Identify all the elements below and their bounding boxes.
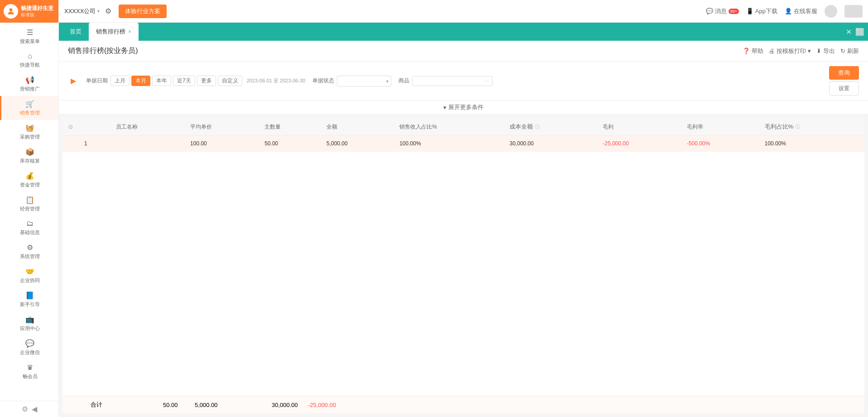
app-download-btn[interactable]: 📱 App下载 bbox=[746, 7, 777, 15]
window-close-icon[interactable]: ✕ bbox=[846, 28, 852, 36]
online-service-btn[interactable]: 👤 在线客服 bbox=[785, 7, 817, 15]
filter-settings-btn[interactable]: 设置 bbox=[829, 81, 859, 96]
date-filter: 单据日期 上月 本月 本年 近7天 更多 自定义 2023-06-01 至 20… bbox=[86, 76, 305, 86]
main-area: XXXXX公司 ▾ ⚙ 体验行业方案 💬 消息 99+ 📱 App下载 👤 在线… bbox=[59, 0, 868, 417]
cost-amount-help-icon[interactable]: ⓘ bbox=[535, 124, 540, 129]
sidebar-item-label: 快捷导航 bbox=[20, 62, 40, 68]
row-avg-price: 100.00 bbox=[185, 136, 259, 152]
help-btn[interactable]: ❓ 帮助 bbox=[743, 47, 763, 55]
sidebar-collapse-icon[interactable]: ◀ bbox=[32, 405, 37, 413]
trial-btn[interactable]: 体验行业方案 bbox=[119, 5, 167, 18]
goods-input[interactable] bbox=[416, 78, 484, 84]
sidebar-item-basic-info[interactable]: 🗂 基础信息 bbox=[0, 216, 58, 240]
date-btn-7days[interactable]: 近7天 bbox=[173, 76, 195, 86]
tab-close-icon[interactable]: × bbox=[128, 29, 131, 35]
filter-expand-toggle[interactable]: ▶ bbox=[71, 77, 76, 85]
sidebar-item-system[interactable]: ⚙ 系统管理 bbox=[0, 240, 58, 264]
window-maximize-icon[interactable]: ⬜ bbox=[855, 28, 864, 36]
content-header: 销售排行榜(按业务员) ❓ 帮助 🖨 按模板打印 ▾ ⬇ 导出 ↻ 刷新 bbox=[59, 41, 868, 62]
row-settings bbox=[62, 136, 79, 152]
sidebar-settings-icon[interactable]: ⚙ bbox=[22, 405, 28, 413]
notification-icon: 💬 bbox=[706, 8, 713, 14]
date-btn-last-month[interactable]: 上月 bbox=[110, 76, 129, 86]
header-actions: ❓ 帮助 🖨 按模板打印 ▾ ⬇ 导出 ↻ 刷新 bbox=[743, 47, 859, 55]
basic-info-icon: 🗂 bbox=[26, 220, 34, 228]
row-gross-profit: -25,000.00 bbox=[597, 136, 681, 152]
sidebar-item-search-order[interactable]: ☰ 搜索菜单 bbox=[0, 24, 58, 48]
purchase-icon: 🧺 bbox=[25, 124, 34, 132]
sidebar-item-vip[interactable]: ♛ 畅会员 bbox=[0, 359, 58, 383]
goods-more-icon[interactable]: ··· bbox=[484, 78, 489, 84]
row-main-qty: 50.00 bbox=[259, 136, 321, 152]
row-amount: 5,000.00 bbox=[321, 136, 394, 152]
sidebar-item-purchase[interactable]: 🧺 采购管理 bbox=[0, 120, 58, 144]
table-empty-space bbox=[62, 152, 864, 396]
tab-sales-ranking-label: 销售排行榜 bbox=[96, 28, 125, 36]
sidebar-item-sales[interactable]: 🛒 销售管理 bbox=[0, 96, 58, 120]
sidebar-item-beginner-guide[interactable]: 📘 新手引导 bbox=[0, 288, 58, 312]
notification-badge: 99+ bbox=[729, 9, 739, 14]
tab-home[interactable]: 首页 bbox=[62, 23, 89, 41]
sidebar-item-label: 库存核算 bbox=[20, 158, 40, 164]
date-btn-more[interactable]: 更多 bbox=[197, 76, 216, 86]
logo-text: 畅捷通好生意 标准版 bbox=[21, 5, 53, 18]
company-selector[interactable]: XXXXX公司 ▾ bbox=[64, 7, 100, 15]
table-footer: 合计 50.00 5,000.00 30,000.00 -25,000.00 bbox=[62, 396, 864, 413]
sidebar-item-label: 采购管理 bbox=[20, 134, 40, 140]
footer-main-qty: 50.00 bbox=[163, 402, 195, 408]
marketing-icon: 📢 bbox=[25, 76, 34, 84]
company-dropdown-arrow: ▾ bbox=[97, 9, 100, 14]
print-dropdown-icon: ▾ bbox=[808, 48, 811, 54]
sidebar-item-label: 销售管理 bbox=[20, 110, 40, 116]
footer-amount: 5,000.00 bbox=[195, 402, 231, 408]
beginner-guide-icon: 📘 bbox=[25, 291, 34, 300]
user-avatar[interactable] bbox=[825, 5, 837, 18]
topbar-right: 💬 消息 99+ 📱 App下载 👤 在线客服 bbox=[706, 5, 863, 18]
date-btn-this-month[interactable]: 本月 bbox=[131, 76, 150, 86]
svg-point-0 bbox=[10, 8, 13, 11]
query-btn[interactable]: 查询 bbox=[829, 66, 859, 80]
gross-pct-help-icon[interactable]: ⓘ bbox=[795, 124, 800, 129]
export-btn[interactable]: ⬇ 导出 bbox=[816, 47, 835, 55]
system-icon: ⚙ bbox=[27, 243, 33, 252]
sidebar-bottom: ⚙ ◀ bbox=[0, 401, 58, 417]
sidebar-item-marketing[interactable]: 📢 营销推广 bbox=[0, 72, 58, 96]
th-gross-profit: 毛利 bbox=[597, 118, 681, 136]
goods-input-wrapper: ··· bbox=[412, 76, 493, 86]
date-range-display: 2023-06-01 至 2023-06-30 bbox=[247, 77, 306, 84]
status-filter-label: 单据状态 bbox=[312, 77, 334, 85]
topbar-settings-icon[interactable]: ⚙ bbox=[105, 7, 111, 15]
sidebar-item-quick-nav[interactable]: ⌂ 快捷导航 bbox=[0, 48, 58, 72]
content-area: 销售排行榜(按业务员) ❓ 帮助 🖨 按模板打印 ▾ ⬇ 导出 ↻ 刷新 bbox=[59, 41, 868, 417]
online-service-icon: 👤 bbox=[785, 8, 792, 14]
operations-icon: 📋 bbox=[25, 196, 34, 204]
row-gross-pct: 100.00% bbox=[759, 136, 864, 152]
date-btn-this-year[interactable]: 本年 bbox=[152, 76, 171, 86]
page-title: 销售排行榜(按业务员) bbox=[68, 46, 138, 56]
print-btn[interactable]: 🖨 按模板打印 ▾ bbox=[769, 47, 811, 55]
topbar: XXXXX公司 ▾ ⚙ 体验行业方案 💬 消息 99+ 📱 App下载 👤 在线… bbox=[59, 0, 868, 23]
date-btn-custom[interactable]: 自定义 bbox=[218, 76, 242, 86]
th-main-qty: 主数量 bbox=[259, 118, 321, 136]
row-rank: 1 bbox=[79, 136, 110, 152]
notification-btn[interactable]: 💬 消息 99+ bbox=[706, 7, 739, 15]
sidebar-item-finance[interactable]: 💰 资金管理 bbox=[0, 168, 58, 192]
filter-actions: 查询 设置 bbox=[829, 66, 859, 96]
sidebar-item-label: 新手引导 bbox=[20, 301, 40, 308]
column-settings-icon[interactable]: ⚙ bbox=[68, 124, 73, 130]
search-order-icon: ☰ bbox=[27, 28, 33, 37]
status-select[interactable] bbox=[337, 76, 391, 86]
refresh-btn[interactable]: ↻ 刷新 bbox=[840, 47, 859, 55]
sidebar-item-inventory[interactable]: 📦 库存核算 bbox=[0, 144, 58, 168]
sidebar-nav: ☰ 搜索菜单 ⌂ 快捷导航 📢 营销推广 🛒 销售管理 🧺 采购管理 📦 库存核… bbox=[0, 23, 58, 401]
sidebar-item-app-center[interactable]: 📺 应用中心 bbox=[0, 312, 58, 336]
data-table: ⚙ 员工名称 平均单价 主数量 全额 销售收入占比% 成本全额 ⓘ 毛利 bbox=[62, 118, 864, 152]
tab-sales-ranking[interactable]: 销售排行榜 × bbox=[89, 23, 139, 41]
sidebar-item-enterprise-wechat[interactable]: 💬 企业微信 bbox=[0, 336, 58, 359]
sidebar-item-label: 企业协同 bbox=[20, 277, 40, 284]
th-settings: ⚙ bbox=[62, 118, 79, 136]
sidebar-item-enterprise-collab[interactable]: 🤝 企业协同 bbox=[0, 264, 58, 288]
logo-icon bbox=[4, 4, 18, 19]
sidebar-item-operations[interactable]: 📋 经营管理 bbox=[0, 192, 58, 216]
expand-more-btn[interactable]: ▾ 展开更多条件 bbox=[443, 103, 484, 111]
